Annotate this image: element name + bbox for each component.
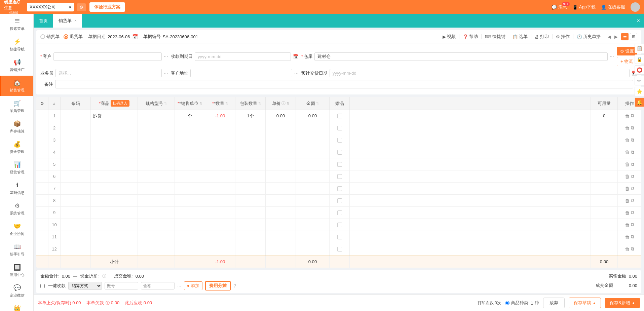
delete-row-icon-4[interactable]: 🗑 [625, 162, 630, 167]
sidebar-item-wechat[interactable]: 💬 企业微信 [0, 281, 33, 301]
sidebar-item-search[interactable]: ☰ 搜索菜单 [0, 14, 33, 35]
gift-checkbox-2[interactable] [337, 138, 342, 143]
save-draft-button[interactable]: 保存草稿 ▲ [569, 298, 601, 308]
ops-link[interactable]: ⚙ 操作 [556, 34, 570, 40]
note-input[interactable] [55, 80, 633, 88]
delete-row-icon-1[interactable]: 🗑 [625, 125, 630, 131]
expected-date-input[interactable] [330, 69, 630, 77]
float-lock-btn[interactable]: 🔒 [635, 54, 644, 64]
customer-addr-input[interactable] [190, 69, 292, 77]
td-row-barcode-8[interactable] [61, 207, 91, 219]
warehouse-input[interactable] [314, 52, 608, 61]
td-row-gift-2[interactable] [330, 134, 350, 146]
td-row-barcode-2[interactable] [61, 134, 91, 146]
add-payment-button[interactable]: ● 添加 [184, 281, 202, 290]
trial-button[interactable]: 体验行业方案 [89, 2, 125, 12]
save-new-button[interactable]: 保存&新增 ▲ [605, 298, 640, 308]
sidebar-item-member[interactable]: 👑 畅会员 [0, 301, 33, 311]
gift-checkbox-6[interactable] [337, 186, 342, 191]
float-star-btn[interactable]: ⭐ [635, 87, 644, 96]
scan-button[interactable]: 扫码录入 [111, 100, 129, 107]
warehouse-dots-icon[interactable]: ··· [610, 53, 614, 60]
td-row-barcode-1[interactable] [61, 122, 91, 134]
td-row-barcode-4[interactable] [61, 158, 91, 170]
gift-checkbox-5[interactable] [337, 174, 342, 179]
td-row-barcode-5[interactable] [61, 170, 91, 182]
account-dots-icon[interactable]: ··· [177, 283, 181, 288]
expense-help-icon[interactable]: ? [233, 283, 236, 288]
float-circle-btn[interactable]: ⭕ [635, 65, 644, 75]
form-settings-button[interactable]: ⚙ 设置 [617, 47, 637, 55]
copy-row-icon-0[interactable]: ⧉ [631, 113, 634, 119]
gift-checkbox-11[interactable] [337, 247, 342, 251]
company-select[interactable]: XXXXXX公司 ▾ [27, 3, 74, 11]
calc-method-select[interactable]: 结算方式 [68, 282, 102, 290]
prev-icon[interactable]: ◀ [608, 34, 611, 39]
td-row-barcode-10[interactable] [61, 231, 91, 243]
td-row-gift-7[interactable] [330, 195, 350, 206]
delete-row-icon-7[interactable]: 🗑 [625, 198, 630, 203]
grid-view-icon[interactable]: ⊞ [630, 33, 637, 40]
logistics-button[interactable]: + 物流 [617, 57, 637, 66]
customer-input[interactable] [53, 52, 162, 61]
one-click-checkbox[interactable] [40, 284, 45, 288]
sidebar-item-purchase[interactable]: 🛒 采购管理 [0, 96, 33, 117]
delete-row-icon-10[interactable]: 🗑 [625, 234, 630, 240]
gift-checkbox-10[interactable] [337, 235, 342, 239]
delete-row-icon-5[interactable]: 🗑 [625, 174, 630, 179]
td-row-gift-8[interactable] [330, 207, 350, 219]
delete-row-icon-8[interactable]: 🗑 [625, 210, 630, 216]
copy-row-icon-7[interactable]: ⧉ [631, 198, 634, 203]
gift-checkbox-0[interactable] [337, 114, 342, 118]
next-icon[interactable]: ▶ [614, 34, 618, 39]
float-copy-btn[interactable]: 📋 [635, 44, 644, 53]
td-row-gift-11[interactable] [330, 243, 350, 255]
td-row-gift-1[interactable] [330, 122, 350, 134]
td-row-barcode-7[interactable] [61, 195, 91, 206]
td-row-gift-10[interactable] [330, 231, 350, 243]
td-row-barcode-0[interactable] [61, 110, 91, 122]
td-row-barcode-9[interactable] [61, 219, 91, 231]
payment-cal-icon[interactable]: 📅 [293, 54, 299, 59]
sidebar-item-system[interactable]: ⚙ 系统管理 [0, 199, 33, 219]
service-button[interactable]: 👤 在线客服 [601, 4, 625, 10]
delete-row-icon-3[interactable]: 🗑 [625, 150, 630, 155]
expense-split-button[interactable]: 费用分摊 [205, 281, 231, 290]
payment-date-input[interactable] [195, 52, 291, 61]
td-row-gift-3[interactable] [330, 146, 350, 158]
float-edit-btn[interactable]: ✏ [635, 76, 644, 85]
delete-row-icon-9[interactable]: 🗑 [625, 222, 630, 228]
amount-input[interactable] [141, 282, 175, 289]
select-order-link[interactable]: 📋 选单 [513, 34, 528, 40]
tab-close-icon[interactable]: × [74, 18, 77, 23]
float-bell-btn[interactable]: 🔔 [635, 98, 644, 107]
radio-sale[interactable]: 销货单 [40, 34, 60, 40]
delete-row-icon-6[interactable]: 🗑 [625, 186, 630, 191]
copy-row-icon-10[interactable]: ⧉ [631, 234, 634, 240]
print-link[interactable]: 🖨 打印 [535, 34, 549, 40]
delete-row-icon-2[interactable]: 🗑 [625, 138, 630, 143]
copy-row-icon-5[interactable]: ⧉ [631, 173, 634, 179]
gear-button[interactable]: ⚙ [77, 3, 86, 11]
tab-sale-order[interactable]: 销货单 × [53, 14, 82, 28]
history-link[interactable]: 🕐 历史单据 [577, 34, 601, 40]
date-value[interactable]: 2023-06-06 [108, 34, 130, 39]
sidebar-item-apps[interactable]: 🔲 应用中心 [0, 260, 33, 281]
gift-checkbox-3[interactable] [337, 150, 342, 155]
app-download-button[interactable]: 📱 App下载 [572, 4, 596, 10]
account-input[interactable] [105, 282, 138, 289]
shortcut-link[interactable]: ⌨ 快捷键 [485, 34, 505, 40]
avatar[interactable] [631, 2, 640, 12]
customer-addr-dots-icon[interactable]: ··· [294, 70, 299, 76]
sidebar-item-management[interactable]: 📊 经营管理 [0, 158, 33, 178]
message-button[interactable]: 💬 消息 99+ [552, 4, 567, 10]
copy-row-icon-4[interactable]: ⧉ [631, 161, 634, 167]
copy-row-icon-8[interactable]: ⧉ [631, 210, 634, 216]
video-link[interactable]: ▶ 视频 [443, 34, 456, 40]
copy-row-icon-2[interactable]: ⧉ [631, 137, 634, 143]
td-row-barcode-11[interactable] [61, 243, 91, 255]
sidebar-item-marketing[interactable]: 📢 营销推广 [0, 55, 33, 76]
gift-checkbox-9[interactable] [337, 223, 342, 227]
sidebar-item-inventory[interactable]: 📦 库存核算 [0, 117, 33, 137]
gift-checkbox-1[interactable] [337, 126, 342, 130]
